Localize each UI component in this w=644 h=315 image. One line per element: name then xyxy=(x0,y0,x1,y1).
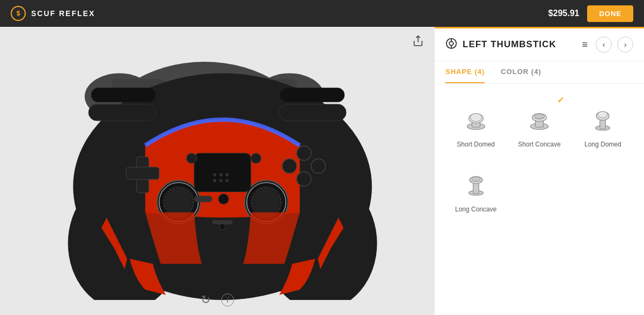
svg-point-20 xyxy=(165,188,192,215)
long-domed-label: Long Domed xyxy=(584,141,621,148)
header-left: $ SCUF REFLEX xyxy=(11,6,95,21)
section-title-group: LEFT THUMBSTICK xyxy=(445,38,557,52)
prev-button[interactable]: ‹ xyxy=(596,36,612,53)
svg-point-30 xyxy=(311,158,326,173)
svg-point-47 xyxy=(449,41,453,45)
thumbstick-icon xyxy=(445,38,457,52)
short-domed-icon xyxy=(457,100,495,138)
svg-point-25 xyxy=(253,188,280,215)
controller-view xyxy=(35,42,400,300)
right-panel: LEFT THUMBSTICK ≡ ‹ › SHAPE (4) COLOR (4… xyxy=(435,27,644,315)
svg-point-57 xyxy=(534,114,545,119)
svg-rect-17 xyxy=(126,167,159,179)
shape-long-concave[interactable]: Long Concave xyxy=(445,157,506,219)
svg-rect-63 xyxy=(473,182,479,194)
svg-rect-13 xyxy=(279,104,346,121)
done-button[interactable]: DONE xyxy=(587,5,633,22)
svg-point-38 xyxy=(225,179,229,182)
app-title: SCUF REFLEX xyxy=(31,9,95,18)
svg-point-44 xyxy=(219,223,226,230)
svg-point-37 xyxy=(219,179,223,182)
svg-point-36 xyxy=(213,179,216,182)
svg-rect-14 xyxy=(91,87,156,102)
short-concave-icon xyxy=(521,100,558,138)
svg-point-28 xyxy=(282,158,297,173)
short-concave-label: Short Concave xyxy=(518,141,560,148)
svg-point-42 xyxy=(251,153,261,163)
long-domed-icon xyxy=(584,100,621,138)
svg-point-41 xyxy=(186,153,196,163)
svg-point-31 xyxy=(297,171,311,186)
main-content: ↻ i LEFT THUMBSTICK ≡ ‹ xyxy=(0,27,644,315)
shape-long-domed[interactable]: Long Domed xyxy=(573,92,633,154)
price-display: $295.91 xyxy=(548,9,580,18)
tab-shape[interactable]: SHAPE (4) xyxy=(445,61,485,83)
bottom-toolbar: ↻ i xyxy=(201,293,234,307)
share-button[interactable] xyxy=(412,35,424,49)
svg-point-53 xyxy=(470,114,481,122)
svg-point-33 xyxy=(213,173,216,176)
tabs: SHAPE (4) COLOR (4) xyxy=(435,61,644,84)
svg-rect-39 xyxy=(194,196,213,202)
section-header: LEFT THUMBSTICK ≡ ‹ › xyxy=(435,28,644,61)
tab-color[interactable]: COLOR (4) xyxy=(501,61,541,83)
left-panel: ↻ i xyxy=(0,27,435,315)
header-right: $295.91 DONE xyxy=(548,5,633,22)
svg-point-40 xyxy=(218,194,229,204)
svg-point-61 xyxy=(598,112,608,118)
info-button[interactable]: i xyxy=(221,294,234,306)
app-header: $ SCUF REFLEX $295.91 DONE xyxy=(0,0,644,27)
menu-button[interactable]: ≡ xyxy=(582,39,588,50)
logo-icon: $ xyxy=(11,6,26,21)
svg-rect-15 xyxy=(280,87,345,102)
short-domed-label: Short Domed xyxy=(457,141,495,148)
shape-short-concave[interactable]: ✓ Short Concave xyxy=(509,92,569,154)
next-button[interactable]: › xyxy=(617,36,633,53)
shape-short-domed[interactable]: Short Domed xyxy=(445,92,506,154)
shape-grid: Short Domed ✓ Short Concave xyxy=(435,84,644,227)
svg-point-35 xyxy=(225,173,229,176)
section-title: LEFT THUMBSTICK xyxy=(463,39,557,50)
svg-point-65 xyxy=(471,177,480,181)
svg-rect-12 xyxy=(89,104,156,121)
svg-rect-32 xyxy=(194,153,251,192)
rotate-button[interactable]: ↻ xyxy=(201,293,210,307)
section-controls: ≡ ‹ › xyxy=(582,36,633,53)
long-concave-icon xyxy=(457,165,495,203)
selected-checkmark: ✓ xyxy=(557,95,564,105)
long-concave-label: Long Concave xyxy=(455,206,496,213)
svg-point-34 xyxy=(219,173,223,176)
svg-point-29 xyxy=(297,145,311,160)
